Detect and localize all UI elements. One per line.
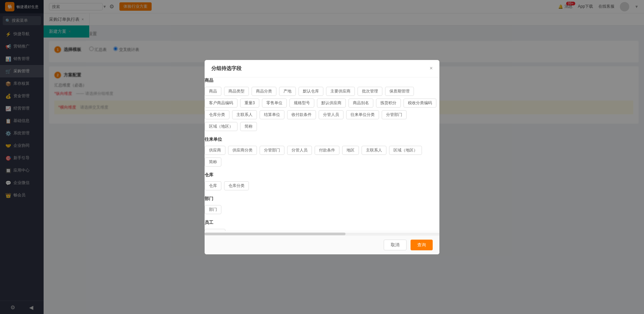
field-tag-0-23[interactable]: 区域（地区） xyxy=(205,122,237,131)
section-title-2: 仓库 xyxy=(205,172,438,178)
field-tag-0-19[interactable]: 收付款条件 xyxy=(287,110,316,119)
field-tag-0-16[interactable]: 仓库分类 xyxy=(205,110,229,119)
field-tag-0-7[interactable]: 保质期管理 xyxy=(385,87,414,96)
field-group-3: 部门部门 xyxy=(205,196,438,214)
field-tag-1-2[interactable]: 分管部门 xyxy=(260,146,284,155)
field-tag-1-6[interactable]: 主联系人 xyxy=(362,146,386,155)
hscroll xyxy=(205,233,439,235)
field-tag-0-13[interactable]: 商品别名 xyxy=(348,99,373,108)
field-tag-0-14[interactable]: 拣货积分 xyxy=(376,99,401,108)
field-tag-2-0[interactable]: 仓库 xyxy=(205,181,221,190)
field-select-modal: 分组待选字段 × 商品商品商品类型商品分类产地默认仓库主要供应商批次管理保质期管… xyxy=(205,60,439,254)
modal-title: 分组待选字段 xyxy=(211,65,241,72)
field-tag-1-8[interactable]: 简称 xyxy=(205,158,221,167)
field-tag-0-17[interactable]: 主联系人 xyxy=(232,110,257,119)
field-tag-0-0[interactable]: 商品 xyxy=(205,87,221,96)
hscroll-area xyxy=(205,231,439,235)
modal-overlay: 分组待选字段 × 商品商品商品类型商品分类产地默认仓库主要供应商批次管理保质期管… xyxy=(0,0,644,314)
field-tag-0-24[interactable]: 简称 xyxy=(240,122,257,131)
field-tag-0-9[interactable]: 重量3 xyxy=(240,99,259,108)
confirm-button[interactable]: 查询 xyxy=(411,240,433,250)
field-tag-0-18[interactable]: 结算单位 xyxy=(260,110,284,119)
field-tag-0-6[interactable]: 批次管理 xyxy=(358,87,382,96)
section-title-0: 商品 xyxy=(205,77,438,83)
field-tag-0-22[interactable]: 分管部门 xyxy=(382,110,407,119)
modal-body-scroll[interactable]: 商品商品商品类型商品分类产地默认仓库主要供应商批次管理保质期管理客户商品编码重量… xyxy=(205,77,439,231)
field-tag-1-5[interactable]: 地区 xyxy=(342,146,359,155)
hscroll-thumb xyxy=(205,233,345,235)
field-tag-0-8[interactable]: 客户商品编码 xyxy=(205,99,237,108)
field-tag-0-15[interactable]: 税收分类编码 xyxy=(404,99,436,108)
field-tags-1: 供应商供应商分类分管部门分管人员付款条件地区主联系人区域（地区）简称 xyxy=(205,146,438,167)
field-tag-1-0[interactable]: 供应商 xyxy=(205,146,225,155)
modal-footer: 取消 查询 xyxy=(205,235,439,254)
field-tag-0-11[interactable]: 规格型号 xyxy=(289,99,314,108)
field-tag-2-1[interactable]: 仓库分类 xyxy=(224,181,249,190)
section-title-3: 部门 xyxy=(205,196,438,202)
field-tag-0-21[interactable]: 往来单位分类 xyxy=(346,110,379,119)
field-tag-0-4[interactable]: 默认仓库 xyxy=(299,87,323,96)
field-tag-0-5[interactable]: 主要供应商 xyxy=(326,87,355,96)
modal-sections: 商品商品商品类型商品分类产地默认仓库主要供应商批次管理保质期管理客户商品编码重量… xyxy=(205,77,438,231)
field-group-1: 往来单位供应商供应商分类分管部门分管人员付款条件地区主联系人区域（地区）简称 xyxy=(205,136,438,167)
field-group-4: 员工业务员 xyxy=(205,219,438,231)
field-tag-1-1[interactable]: 供应商分类 xyxy=(228,146,257,155)
section-title-4: 员工 xyxy=(205,219,438,226)
field-tag-0-12[interactable]: 默认供应商 xyxy=(317,99,346,108)
field-tag-0-1[interactable]: 商品类型 xyxy=(224,87,249,96)
field-tag-1-3[interactable]: 分管人员 xyxy=(287,146,312,155)
field-tag-1-7[interactable]: 区域（地区） xyxy=(389,146,422,155)
field-group-0: 商品商品商品类型商品分类产地默认仓库主要供应商批次管理保质期管理客户商品编码重量… xyxy=(205,77,438,131)
field-tag-1-4[interactable]: 付款条件 xyxy=(315,146,339,155)
field-group-2: 仓库仓库仓库分类 xyxy=(205,172,438,190)
field-tag-0-3[interactable]: 产地 xyxy=(279,87,296,96)
section-title-1: 往来单位 xyxy=(205,136,438,142)
field-tags-3: 部门 xyxy=(205,205,438,214)
modal-header: 分组待选字段 × xyxy=(205,60,439,77)
field-tags-2: 仓库仓库分类 xyxy=(205,181,438,190)
close-icon[interactable]: × xyxy=(430,65,433,71)
field-tag-0-2[interactable]: 商品分类 xyxy=(252,87,276,96)
cancel-button[interactable]: 取消 xyxy=(384,240,407,250)
field-tag-3-0[interactable]: 部门 xyxy=(205,205,221,214)
field-tag-0-20[interactable]: 分管人员 xyxy=(319,110,343,119)
field-tag-0-10[interactable]: 零售单位 xyxy=(262,99,287,108)
field-tags-0: 商品商品类型商品分类产地默认仓库主要供应商批次管理保质期管理客户商品编码重量3零… xyxy=(205,87,438,131)
